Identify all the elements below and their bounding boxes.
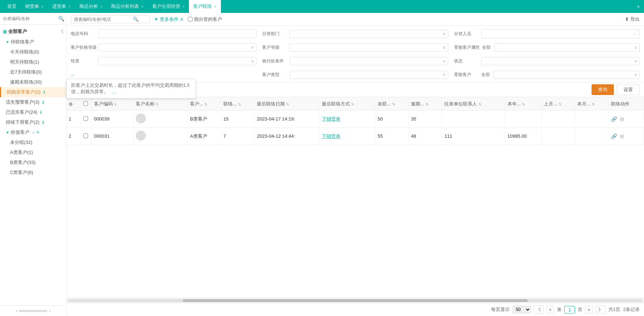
- customer-search-input[interactable]: [74, 17, 131, 22]
- row2-action-link-icon[interactable]: 🔗: [611, 133, 617, 139]
- department-select[interactable]: ∨: [289, 30, 448, 38]
- my-customer-checkbox[interactable]: [188, 17, 193, 22]
- sidebar-item-b-class[interactable]: B类客户(33): [0, 157, 66, 168]
- col-not-contacted-label: 未联...: [377, 101, 391, 107]
- nav-sales-close[interactable]: ×: [41, 4, 43, 9]
- nav-product-analysis-close[interactable]: ×: [100, 4, 102, 9]
- col-name[interactable]: 客户名称 ⇅: [133, 98, 187, 110]
- query-button[interactable]: 查询: [592, 84, 614, 95]
- table-row: 2 000031 A类客户 7 2023-04-12 14:44: 下销货单: [66, 128, 644, 145]
- sidebar-collapse-btn[interactable]: 《: [59, 29, 63, 34]
- nav-product-analysis-list[interactable]: 商品分析列表 ×: [107, 0, 148, 13]
- my-customer-checkbox-label[interactable]: 我分管的客户: [188, 16, 222, 23]
- retail-customer-select[interactable]: ∨: [494, 71, 640, 79]
- prev-page-button[interactable]: <: [546, 306, 554, 313]
- filter-ellipsis-btn[interactable]: ···: [71, 72, 75, 77]
- nav-product-list-label: 商品分析列表: [111, 3, 139, 10]
- last-page-button[interactable]: 》: [596, 305, 606, 314]
- pending-contact-arrow: ▼: [6, 40, 9, 44]
- nav-customer-contact[interactable]: 客户联络 ×: [189, 0, 221, 13]
- first-page-button[interactable]: 《: [534, 305, 543, 314]
- person-select[interactable]: ···: [481, 29, 640, 38]
- payment-terms-select[interactable]: ∨: [289, 57, 448, 65]
- nav-product-analysis[interactable]: 商品分析 ×: [75, 0, 107, 13]
- sidebar-item-c-class[interactable]: C类客户(6): [0, 168, 66, 178]
- scrollbar-thumb[interactable]: [183, 299, 528, 302]
- nav-purchase-order[interactable]: 进货单 ×: [48, 0, 75, 13]
- col-last-month[interactable]: 上月... ⇅: [542, 98, 575, 110]
- col-not-contacted[interactable]: 未联... ⇅: [375, 98, 409, 110]
- row2-not-contacted: 55: [375, 128, 409, 145]
- sidebar-group-pending-contact[interactable]: ▼ 待联络客户: [0, 37, 66, 47]
- col-last-contact-date[interactable]: 最后联络日期 ⇅: [255, 98, 320, 110]
- row1-action-grid-icon[interactable]: ⊞: [620, 116, 624, 122]
- per-page-select[interactable]: 50 100 200: [513, 306, 531, 313]
- customer-type-arrow: ∨: [443, 72, 446, 77]
- col-level[interactable]: 客户... ⇅: [187, 98, 221, 110]
- customer-level-select[interactable]: ∨: [289, 43, 448, 52]
- sidebar-item-declining[interactable]: 持续下滑客户(2) ℹ: [0, 117, 66, 127]
- col-code[interactable]: 客户编码 ⇅: [92, 98, 133, 110]
- col-overdue[interactable]: 逾期... ⇅: [409, 98, 442, 110]
- nav-product-list-close[interactable]: ×: [141, 4, 143, 9]
- horizontal-scrollbar[interactable]: [66, 298, 644, 303]
- sidebar-all-customers[interactable]: ⊞ 全部客户 《: [0, 26, 66, 37]
- sidebar-item-repurchase-abnormal[interactable]: 回购异常客户(2) ℹ: [0, 87, 66, 97]
- row2-overdue: 48: [409, 128, 442, 145]
- close-all-tabs-button[interactable]: ×: [637, 3, 640, 10]
- filter-department: 分管部门 ∨: [262, 28, 448, 39]
- value-customers-arrow: ▼: [6, 131, 9, 135]
- row2-checkbox: [81, 128, 92, 145]
- row2-method-link[interactable]: 下销货单: [322, 133, 340, 139]
- export-button[interactable]: ⬆ 导出: [625, 16, 640, 23]
- row2-select-checkbox[interactable]: [83, 133, 88, 138]
- nav-sales-order[interactable]: 销货单 ×: [21, 0, 48, 13]
- search-icon: 🔍: [133, 16, 139, 22]
- nav-customer-contact-close[interactable]: ×: [214, 4, 216, 9]
- col-contact-person[interactable]: 往来单位联系人 ⇅: [442, 98, 505, 110]
- next-page-button[interactable]: >: [585, 306, 593, 313]
- customer-groups-edit-icon[interactable]: ✎: [36, 130, 40, 135]
- nav-home[interactable]: 首页: [3, 0, 21, 13]
- sidebar-item-today-pending[interactable]: 今天待联络(0): [0, 47, 66, 57]
- filter-retail-customer: 零散客户 全部 ∨: [454, 69, 640, 80]
- nav-purchase-close[interactable]: ×: [68, 4, 70, 9]
- col-this-month[interactable]: 本月... ⇅: [575, 98, 608, 110]
- sidebar-item-tomorrow-pending[interactable]: 明天待联络(1): [0, 57, 66, 67]
- sidebar-group-value-customers[interactable]: ▼ 价值客户 ○ ✎: [0, 127, 66, 137]
- customer-type-select[interactable]: ∨: [289, 71, 448, 79]
- sidebar-item-churned[interactable]: 已流失客户(24) ℹ: [0, 107, 66, 117]
- select-all-checkbox[interactable]: [83, 101, 88, 106]
- setting-button[interactable]: 设置: [617, 84, 640, 95]
- col-name-sort: ⇅: [156, 102, 158, 106]
- col-contact-count[interactable]: 联络... ⇅: [221, 98, 255, 110]
- sidebar: 🔍 ⊞ 全部客户 《 ▼ 待联络客户 今天待联络(0) 明天待联络(1) 近7天…: [0, 13, 66, 316]
- row2-action-grid-icon[interactable]: ⊞: [620, 133, 624, 139]
- row1-method-link[interactable]: 下销货单: [322, 116, 340, 122]
- status-select[interactable]: ∨: [481, 57, 640, 65]
- export-icon: ⬆: [625, 16, 629, 22]
- price-level-select[interactable]: ∨: [99, 43, 256, 52]
- col-settings[interactable]: ⚙: [66, 98, 81, 110]
- nav-customer-stratification[interactable]: 客户分层经营 ×: [148, 0, 189, 13]
- row1-contact-person: [442, 110, 505, 128]
- sidebar-content: ⊞ 全部客户 《 ▼ 待联络客户 今天待联络(0) 明天待联络(1) 近7天待联…: [0, 25, 66, 305]
- sidebar-scroll-left[interactable]: ‹: [16, 308, 17, 313]
- phone-input[interactable]: [98, 29, 256, 38]
- retail-attr-select[interactable]: ∨: [494, 43, 640, 52]
- row1-action-link-icon[interactable]: 🔗: [611, 116, 617, 122]
- nav-purchase-label: 进货单: [52, 3, 66, 10]
- sidebar-item-overdue-uncontacted[interactable]: 逾期未联络(30): [0, 77, 66, 87]
- sidebar-item-a-class[interactable]: A类客户(1): [0, 147, 66, 157]
- sidebar-scroll-right[interactable]: ›: [49, 308, 50, 313]
- row1-select-checkbox[interactable]: [83, 116, 88, 121]
- col-this-year[interactable]: 本年... ⇅: [505, 98, 542, 110]
- col-last-contact-method[interactable]: 最后联络方式 ⇅: [319, 98, 375, 110]
- nature-select[interactable]: ∨: [98, 57, 256, 65]
- nav-customer-strat-close[interactable]: ×: [182, 4, 185, 9]
- sidebar-item-ungroup[interactable]: 未分组(32): [0, 137, 66, 147]
- sidebar-item-7days-pending[interactable]: 近7天待联络(0): [0, 67, 66, 77]
- sidebar-search-input[interactable]: [3, 16, 57, 21]
- sidebar-item-churn-warning[interactable]: 流失预警客户(3) ℹ: [0, 97, 66, 107]
- more-conditions-button[interactable]: ▼ 更多条件 ∧: [154, 16, 184, 23]
